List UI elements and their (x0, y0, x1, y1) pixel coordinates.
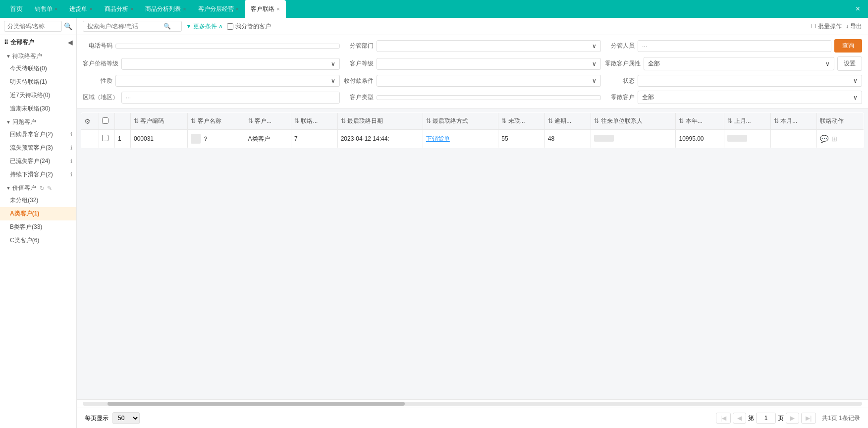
batch-ops-btn[interactable]: ☐ 批量操作 (811, 22, 842, 31)
col-last-method-header[interactable]: ⇅ 最后联络方式 (423, 113, 498, 130)
filter-search-input[interactable] (87, 23, 162, 30)
batch-icon: ☐ (811, 23, 816, 30)
status-arrow-icon: ∨ (853, 77, 858, 84)
row-checkbox-cell[interactable] (99, 130, 115, 148)
close-tab-analysis[interactable]: × (130, 6, 133, 12)
refresh-icon[interactable]: ↻ (40, 185, 45, 192)
phone-input[interactable] (115, 44, 340, 49)
setting-btn[interactable]: 设置 (837, 56, 862, 71)
page-number-input[interactable] (756, 413, 776, 424)
col-last-date-header[interactable]: ⇅ 最后联络日期 (337, 113, 423, 130)
sidebar-search-icon[interactable]: 🔍 (64, 22, 72, 30)
col-unit-contact-header[interactable]: ⇅ 往来单位联系人 (591, 113, 676, 130)
chat-icon[interactable]: 💬 (820, 135, 828, 143)
nav-home[interactable]: 首页 (4, 4, 29, 13)
nav-tab-sales[interactable]: 销售单 × (29, 0, 63, 18)
col-code-header[interactable]: ⇅ 客户编码 (131, 113, 188, 130)
group-pending-contact[interactable]: ▼ 待联络客户 (0, 50, 76, 62)
nature-label: 性质 (83, 77, 112, 85)
filter-row-cust-level: 客户等级 ∨ (344, 56, 601, 71)
row-select-checkbox[interactable] (102, 135, 108, 141)
customer-avatar (191, 134, 201, 144)
info-icon-2: ℹ (70, 158, 72, 164)
sidebar-item-declining[interactable]: 持续下滑客户(2) ℹ (0, 168, 76, 181)
filter-search-icon[interactable]: 🔍 (163, 23, 171, 30)
col-code-sort-icon: ⇅ (134, 117, 139, 124)
col-type-header[interactable]: ⇅ 客户... (245, 113, 291, 130)
sidebar-item-abnormal-repurchase[interactable]: 回购异常客户(2) ℹ (0, 128, 76, 141)
table-gear-icon[interactable]: ⚙ (84, 117, 91, 125)
sidebar-item-unclassified[interactable]: 未分组(32) (0, 194, 76, 207)
retail-select[interactable]: 全部 ∨ (638, 91, 862, 104)
status-select[interactable]: ∨ (638, 75, 862, 87)
close-tab-analysis-list[interactable]: × (183, 6, 186, 12)
nav-tab-analysis[interactable]: 商品分析 × (99, 0, 139, 18)
retail-arrow-icon: ∨ (853, 94, 858, 101)
query-btn[interactable]: 查询 (834, 39, 862, 53)
sidebar-item-churn-warning[interactable]: 流失预警客户(3) ℹ (0, 141, 76, 155)
scrollbar-thumb[interactable] (108, 402, 405, 406)
more-filters-btn[interactable]: ▼ 更多条件 ∧ (186, 22, 223, 31)
collapse-sidebar-icon[interactable]: ◀ (68, 39, 72, 46)
group-value-customers[interactable]: ▼ 价值客户 ↻ ✎ (0, 181, 76, 194)
export-btn[interactable]: ↓ 导出 (846, 22, 862, 31)
nature-select[interactable]: ∨ (115, 75, 340, 87)
sidebar-item-7days-contact[interactable]: 近7天待联络(0) (0, 89, 76, 102)
sidebar-item-today-contact[interactable]: 今天待联络(0) (0, 62, 76, 75)
last-page-btn[interactable]: ▶| (801, 413, 816, 424)
info-icon-1: ℹ (70, 145, 72, 151)
col-gear[interactable]: ⚙ (81, 113, 99, 130)
col-last-month-header[interactable]: ⇅ 上月... (724, 113, 771, 130)
col-last-date-sort-icon: ⇅ (341, 117, 346, 124)
close-all-tabs[interactable]: × (852, 4, 864, 13)
filter-row-region: 区域（地区） ··· (83, 91, 340, 104)
col-this-month-header[interactable]: ⇅ 本月... (770, 113, 817, 130)
dept-select[interactable]: ∨ (377, 40, 601, 52)
sidebar-item-class-c[interactable]: C类客户(6) (0, 234, 76, 247)
my-customers-filter[interactable]: 我分管的客户 (227, 22, 271, 31)
col-contact-header[interactable]: ⇅ 联络... (291, 113, 338, 130)
qr-icon[interactable]: ⊞ (831, 135, 837, 143)
person-input[interactable]: ··· (638, 40, 831, 52)
price-level-select[interactable]: ∨ (121, 58, 340, 70)
select-all-checkbox[interactable] (102, 117, 108, 124)
col-checkbox-header[interactable] (99, 113, 115, 130)
nav-tab-customer-contact[interactable]: 客户联络 × (245, 0, 285, 18)
my-customers-checkbox[interactable] (227, 23, 233, 30)
sidebar-search-input[interactable] (4, 21, 62, 32)
next-page-btn[interactable]: ▶ (786, 413, 799, 424)
horizontal-scrollbar[interactable] (83, 402, 862, 406)
nav-tab-purchase[interactable]: 进货单 × (63, 0, 98, 18)
sidebar-item-tomorrow-contact[interactable]: 明天待联络(1) (0, 75, 76, 89)
close-tab-purchase[interactable]: × (89, 6, 92, 12)
filter-search-box[interactable]: 🔍 (83, 21, 182, 32)
retail-attr-select[interactable]: 全部 ∨ (644, 57, 834, 70)
region-input[interactable]: ··· (121, 92, 340, 104)
page-size-select[interactable]: 50 100 200 (112, 412, 140, 424)
filter-row-phone: 电话号码 (83, 39, 340, 53)
nav-tab-customer-tier[interactable]: 客户分层经营 × (192, 0, 245, 18)
group-problem-customers[interactable]: ▼ 问题客户 (0, 115, 76, 128)
sidebar-item-churned[interactable]: 已流失客户(24) ℹ (0, 155, 76, 168)
first-page-btn[interactable]: |◀ (716, 413, 731, 424)
cust-level-select[interactable]: ∨ (377, 58, 601, 70)
edit-group-icon[interactable]: ✎ (47, 185, 52, 192)
row-last-method-cell[interactable]: 下销货单 (423, 130, 498, 148)
payment-select[interactable]: ∨ (377, 75, 601, 87)
close-tab-customer-tier[interactable]: × (236, 6, 239, 12)
close-tab-customer-contact[interactable]: × (276, 6, 279, 12)
col-name-header[interactable]: ⇅ 客户名称 (188, 113, 245, 130)
prev-page-btn[interactable]: ◀ (733, 413, 746, 424)
col-this-year-header[interactable]: ⇅ 本年... (676, 113, 724, 130)
nav-tab-analysis-list[interactable]: 商品分析列表 × (139, 0, 192, 18)
sidebar-item-class-a[interactable]: A类客户(1) (0, 207, 76, 220)
col-overdue-sort-icon: ⇅ (548, 117, 553, 124)
sidebar-item-overdue-contact[interactable]: 逾期未联络(30) (0, 102, 76, 115)
col-overdue-header[interactable]: ⇅ 逾期... (544, 113, 591, 130)
cust-type-input[interactable] (377, 95, 601, 100)
all-customers-header[interactable]: ⠿ 全部客户 ◀ (0, 35, 76, 50)
close-tab-sales[interactable]: × (54, 6, 57, 12)
col-no-contact-header[interactable]: ⇅ 未联... (498, 113, 545, 130)
row-contact-cell: 7 (291, 130, 338, 148)
sidebar-item-class-b[interactable]: B类客户(33) (0, 220, 76, 234)
